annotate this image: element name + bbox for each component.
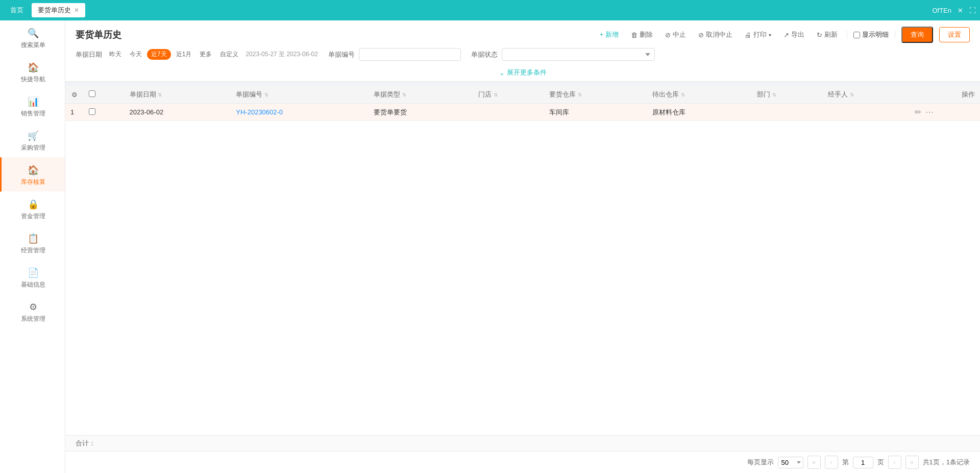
sort-icon-pending-warehouse: ⇅ [681,92,685,98]
row-index: 1 [65,104,84,121]
sidebar-item-quick-nav[interactable]: 🏠 快捷导航 [0,55,65,89]
date-btn-yesterday[interactable]: 昨天 [106,49,125,60]
next-page-button[interactable]: › [888,456,901,469]
col-store[interactable]: 门店 ⇅ [473,86,544,104]
sidebar-item-purchase-mgmt[interactable]: 🛒 采购管理 [0,123,65,157]
page-input[interactable] [853,457,873,468]
sidebar-item-system-mgmt[interactable]: ⚙ 系统管理 [0,294,65,328]
first-page-button[interactable]: « [807,456,821,469]
refresh-button[interactable]: ↻ 刷新 [814,28,841,41]
page-size-select[interactable]: 50 20 100 [778,457,803,468]
sort-icon-doc-number: ⇅ [264,92,268,98]
table-header-row: ⚙ 单据日期 ⇅ 单据编号 ⇅ [65,86,980,104]
settings-gear-icon[interactable]: ⚙ [71,91,78,99]
sidebar-item-search-menu[interactable]: 🔍 搜索菜单 [0,20,65,55]
doc-number-input[interactable] [359,48,461,61]
delete-button[interactable]: 🗑 删除 [628,28,656,41]
home-tab-label: 首页 [10,6,23,15]
topbar-right: OfTEn ✕ ⛶ [932,7,976,14]
filter-area: 单据日期 昨天 今天 近7天 近1月 更多 自定义 2023-05-27 至 2… [76,48,970,81]
settings-button[interactable]: 设置 [939,27,970,42]
col-department[interactable]: 部门 ⇅ [752,86,823,104]
system-mgmt-icon: ⚙ [29,301,37,313]
tab-home[interactable]: 首页 [4,3,30,17]
sidebar-item-inventory[interactable]: 🏠 库存核算 [0,157,65,192]
date-btn-7days[interactable]: 近7天 [147,49,171,60]
cell-actions: ✏ ⋯ [910,104,980,121]
col-doc-number[interactable]: 单据编号 ⇅ [231,86,369,104]
date-btn-1month[interactable]: 近1月 [173,49,195,60]
expand-more-btn[interactable]: ⌄ 展开更多条件 [76,65,970,81]
sidebar-item-operations-mgmt-label: 经营管理 [21,246,45,255]
row-select-checkbox[interactable] [89,108,95,115]
data-table: ⚙ 单据日期 ⇅ 单据编号 ⇅ [65,86,980,121]
pagination-area: 每页显示 50 20 100 « ‹ 第 页 › » 共1页，1条记录 [65,451,980,473]
table-area: ⚙ 单据日期 ⇅ 单据编号 ⇅ [65,86,980,451]
delete-icon: 🗑 [631,31,638,39]
col-doc-date[interactable]: 单据日期 ⇅ [125,86,231,104]
more-icon[interactable]: ⋯ [925,107,934,117]
select-all-checkbox[interactable] [89,90,95,97]
col-actions: 操作 [910,86,980,104]
cancel-stop-icon: ⊘ [698,31,704,39]
summary-label: 合计： [76,439,95,448]
col-actions-label: 操作 [962,90,975,98]
col-store-label: 门店 [478,90,492,98]
cancel-stop-button[interactable]: ⊘ 取消中止 [695,28,736,41]
sidebar-item-operations-mgmt[interactable]: 📋 经营管理 [0,226,65,260]
sort-icon-handler: ⇅ [850,92,854,98]
status-select[interactable] [502,48,655,61]
window-maximize-icon[interactable]: ⛶ [969,7,976,14]
show-detail-checkbox-wrapper[interactable]: 显示明细 [853,30,889,39]
col-checkbox [84,86,125,104]
col-doc-type[interactable]: 单据类型 ⇅ [369,86,473,104]
show-detail-checkbox[interactable] [853,32,860,38]
col-doc-date-label: 单据日期 [130,90,156,98]
summary-row: 合计： [76,439,970,448]
tab-requisition-history[interactable]: 要货单历史 ✕ [32,3,85,17]
cell-doc-number[interactable]: YH-20230602-0 [231,104,369,121]
col-pending-warehouse[interactable]: 待出仓库 ⇅ [647,86,752,104]
sidebar-item-purchase-mgmt-label: 采购管理 [21,144,45,152]
sidebar-item-finance-mgmt[interactable]: 🔒 资金管理 [0,192,65,226]
sort-icon-doc-date: ⇅ [158,92,162,98]
last-page-button[interactable]: » [905,456,919,469]
col-handler[interactable]: 经手人 ⇅ [823,86,910,104]
total-info: 共1页，1条记录 [923,458,970,467]
edit-icon[interactable]: ✏ [915,107,921,117]
col-settings[interactable]: ⚙ [65,86,84,104]
often-label: OfTEn [932,7,951,14]
prev-page-button[interactable]: ‹ [825,456,838,469]
top-bar: 首页 要货单历史 ✕ OfTEn ✕ ⛶ [0,0,980,20]
new-button[interactable]: + 新增 [597,28,622,41]
inventory-icon: 🏠 [28,164,39,176]
status-label: 单据状态 [471,50,498,59]
toolbar-separator-2 [895,31,895,39]
sidebar-item-basic-info[interactable]: 📄 基础信息 [0,260,65,294]
query-button[interactable]: 查询 [901,27,933,43]
cell-req-warehouse: 车间库 [544,104,647,121]
print-button[interactable]: 🖨 打印 ▾ [742,28,774,41]
page-label: 第 [842,458,849,467]
sidebar-item-sales-mgmt-label: 销售管理 [21,109,45,118]
content-area: 要货单历史 + 新增 🗑 删除 ⊘ 中止 ⊘ 取消中止 [65,20,980,473]
export-button[interactable]: ↗ 导出 [780,28,807,41]
stop-button[interactable]: ⊘ 中止 [662,28,689,41]
date-btn-more[interactable]: 更多 [197,49,215,60]
date-btn-today[interactable]: 今天 [127,49,145,60]
doc-number-label: 单据编号 [328,50,355,59]
sidebar-item-quick-nav-label: 快捷导航 [21,75,45,84]
page-size-label: 每页显示 [747,458,774,467]
tab-close-icon[interactable]: ✕ [74,7,79,14]
show-detail-label: 显示明细 [862,30,889,39]
basic-info-icon: 📄 [28,267,39,278]
cell-pending-warehouse: 原材料仓库 [647,104,752,121]
cell-doc-date: 2023-06-02 [125,104,231,121]
sidebar-item-search-menu-label: 搜索菜单 [21,41,45,50]
date-filter-label: 单据日期 [76,50,102,59]
col-req-warehouse[interactable]: 要货仓库 ⇅ [544,86,647,104]
window-close-icon[interactable]: ✕ [958,7,963,14]
col-doc-number-label: 单据编号 [236,90,262,98]
sidebar-item-sales-mgmt[interactable]: 📊 销售管理 [0,89,65,123]
date-btn-custom[interactable]: 自定义 [217,49,241,60]
